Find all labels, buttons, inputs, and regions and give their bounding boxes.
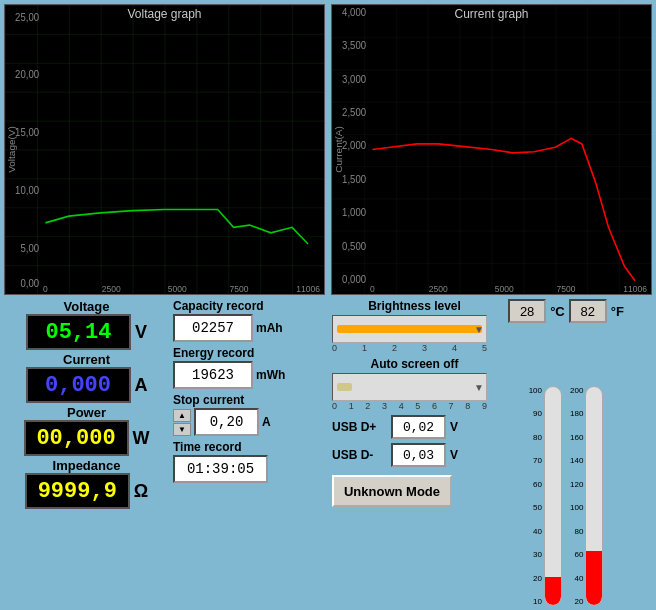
unknown-mode-button[interactable]: Unknown Mode	[332, 475, 452, 507]
impedance-unit: Ω	[134, 481, 148, 502]
power-display: 00,000	[24, 420, 129, 456]
power-unit: W	[133, 428, 150, 449]
energy-unit: mWh	[256, 368, 285, 382]
svg-text:2,000: 2,000	[342, 140, 366, 151]
spinner-up[interactable]: ▲	[173, 409, 191, 422]
svg-text:7500: 7500	[556, 284, 575, 294]
usb-dplus-row: USB D+ V	[332, 415, 497, 439]
current-meter: Current 0,000 A	[4, 352, 169, 403]
svg-text:2500: 2500	[102, 284, 121, 294]
svg-text:5,00: 5,00	[20, 243, 39, 254]
fahrenheit-scale: 200 180 160 140 120 100 80 60 40 20	[570, 386, 583, 606]
usb-dplus-input[interactable]	[391, 415, 446, 439]
stop-current-label: Stop current	[173, 393, 328, 407]
autooff-label: Auto screen off	[332, 357, 497, 371]
brightness-slider-container[interactable]: ▼	[332, 315, 487, 343]
usb-dminus-unit: V	[450, 448, 458, 462]
voltage-meter: Voltage 05,14 V	[4, 299, 169, 350]
voltage-graph-title: Voltage graph	[5, 7, 324, 21]
svg-text:5000: 5000	[495, 284, 514, 294]
svg-text:0,500: 0,500	[342, 240, 366, 251]
svg-text:10,00: 10,00	[15, 185, 39, 196]
energy-input[interactable]	[173, 361, 253, 389]
celsius-value: 28	[508, 299, 546, 323]
usb-dminus-label: USB D-	[332, 448, 387, 462]
svg-text:Voltage(V): Voltage(V)	[6, 126, 17, 173]
celsius-fill	[545, 577, 561, 605]
svg-text:20,00: 20,00	[15, 69, 39, 80]
time-label: Time record	[173, 440, 328, 454]
svg-text:Current(A): Current(A)	[333, 126, 344, 173]
svg-text:11006: 11006	[623, 284, 647, 294]
usb-dplus-label: USB D+	[332, 420, 387, 434]
voltage-label: Voltage	[64, 299, 110, 314]
energy-record: Energy record mWh	[173, 346, 328, 389]
energy-label: Energy record	[173, 346, 328, 360]
svg-rect-1	[5, 5, 324, 294]
time-input[interactable]	[173, 455, 268, 483]
fahrenheit-value: 82	[569, 299, 607, 323]
current-graph-svg: 4,000 3,500 3,000 2,500 2,000 1,500 1,00…	[332, 5, 651, 294]
svg-text:3,000: 3,000	[342, 74, 366, 85]
current-graph-title: Current graph	[332, 7, 651, 21]
graphs-area: Voltage graph 25,00 20,00 15,00 10,00 5,…	[0, 0, 656, 295]
autooff-slider-container[interactable]: ▼	[332, 373, 487, 401]
thermometers-row: 100 90 80 70 60 50 40 30 20 10 2	[501, 325, 631, 606]
svg-text:7500: 7500	[229, 284, 248, 294]
brightness-arrow: ▼	[474, 324, 484, 335]
fahrenheit-thermo: 200 180 160 140 120 100 80 60 40 20	[570, 325, 603, 606]
capacity-unit: mAh	[256, 321, 283, 335]
svg-text:2500: 2500	[429, 284, 448, 294]
voltage-row: 05,14 V	[26, 314, 147, 350]
usb-dminus-row: USB D- V	[332, 443, 497, 467]
current-display: 0,000	[26, 367, 131, 403]
celsius-tube	[544, 386, 562, 606]
brightness-track	[337, 325, 482, 333]
brightness-label: Brightness level	[332, 299, 497, 313]
records-column: Capacity record mAh Energy record mWh St…	[173, 299, 328, 606]
spinner[interactable]: ▲ ▼	[173, 409, 191, 436]
power-label: Power	[67, 405, 106, 420]
svg-text:2,500: 2,500	[342, 107, 366, 118]
capacity-record: Capacity record mAh	[173, 299, 328, 342]
usb-dplus-unit: V	[450, 420, 458, 434]
voltage-unit: V	[135, 322, 147, 343]
autooff-arrow: ▼	[474, 382, 484, 393]
capacity-input[interactable]	[173, 314, 253, 342]
stop-current-unit: A	[262, 415, 271, 429]
power-meter: Power 00,000 W	[4, 405, 169, 456]
impedance-row: 9999,9 Ω	[25, 473, 148, 509]
svg-text:3,500: 3,500	[342, 40, 366, 51]
autooff-labels: 0 1 2 3 4 5 6 7 8 9	[332, 401, 487, 411]
svg-text:1,000: 1,000	[342, 207, 366, 218]
stop-current-block: Stop current ▲ ▼ A	[173, 393, 328, 436]
fahrenheit-fill	[586, 551, 602, 606]
bottom-panel: Voltage 05,14 V Current 0,000 A Power 00…	[0, 295, 656, 610]
brightness-slider-wrapper: ▼ 0 1 2 3 4 5	[332, 315, 487, 353]
thermometer-column: 28 °C 82 °F 100 90 80 70 60 50 40 30 20 …	[501, 299, 631, 606]
svg-text:0,00: 0,00	[20, 278, 39, 289]
time-record: Time record	[173, 440, 328, 483]
impedance-label: Impedance	[53, 458, 121, 473]
svg-text:1,500: 1,500	[342, 174, 366, 185]
fahrenheit-tube	[585, 386, 603, 606]
stop-current-row: ▲ ▼ A	[173, 408, 328, 436]
capacity-row: mAh	[173, 314, 328, 342]
svg-text:0: 0	[370, 284, 375, 294]
spinner-down[interactable]: ▼	[173, 423, 191, 436]
autooff-track	[337, 383, 352, 391]
usb-dminus-input[interactable]	[391, 443, 446, 467]
energy-row: mWh	[173, 361, 328, 389]
time-row	[173, 455, 328, 483]
autooff-slider-wrapper: ▼ 0 1 2 3 4 5 6 7 8 9	[332, 373, 487, 411]
current-graph: Current graph 4,000 3,500 3,000 2,500 2,…	[331, 4, 652, 295]
current-label: Current	[63, 352, 110, 367]
fahrenheit-unit: °F	[611, 304, 624, 319]
power-row: 00,000 W	[24, 420, 150, 456]
svg-text:15,00: 15,00	[15, 127, 39, 138]
celsius-scale: 100 90 80 70 60 50 40 30 20 10	[529, 386, 542, 606]
svg-text:5000: 5000	[168, 284, 187, 294]
brightness-labels: 0 1 2 3 4 5	[332, 343, 487, 353]
controls-column: Brightness level ▼ 0 1 2 3 4 5 Auto scre…	[332, 299, 497, 606]
stop-current-input[interactable]	[194, 408, 259, 436]
